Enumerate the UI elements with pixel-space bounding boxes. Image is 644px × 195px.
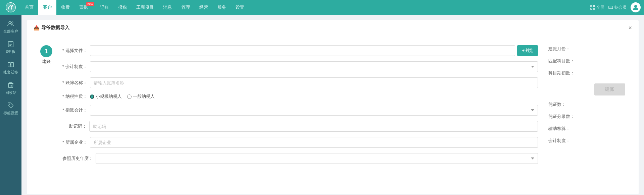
main-layout: 全部客户 0申报 账套迁移 [0, 15, 644, 195]
ledger-label: * 账簿名称： [62, 80, 87, 86]
radio-group-tax: 小规模纳税人 一般纳税人 [90, 93, 538, 100]
accounting-select[interactable] [90, 61, 538, 72]
sidebar-item-all-customers[interactable]: 全部客户 [1, 17, 21, 37]
nav-right: 全屏 畅会员 [590, 2, 641, 12]
form-row-history: 参照历史年度： [62, 153, 538, 164]
form-row-memo: 助记码： [62, 121, 538, 132]
memo-input[interactable] [89, 121, 538, 132]
form-section: 1 建账 * 选择文件： +浏览 [40, 45, 538, 164]
info-accounting-label: 会计制度： [548, 138, 579, 144]
dialog-card: 📥 导爷数据导入 × 1 建账 * 选择文件： [27, 20, 639, 194]
radio-small-taxpayer[interactable]: 小规模纳税人 [90, 93, 122, 100]
svg-rect-2 [591, 5, 592, 7]
fullscreen-button[interactable]: 全屏 [590, 5, 604, 10]
nav-items: 首页 客户 收费 票据 new 记账 报税 工商项目 消息 管理 经营 服务 设… [20, 0, 590, 15]
avatar[interactable] [631, 2, 641, 12]
right-panel: 建账月份： 匹配科目数： 科目期初数： 建 [538, 45, 625, 164]
svg-rect-17 [9, 83, 13, 87]
info-match-label: 匹配科目数： [548, 58, 579, 64]
main-content: 📥 导爷数据导入 × 1 建账 * 选择文件： [21, 15, 644, 195]
card-title: 📥 导爷数据导入 [34, 25, 69, 31]
top-navigation: 首页 客户 收费 票据 new 记账 报税 工商项目 消息 管理 经营 服务 设… [0, 0, 644, 15]
info-row-voucher-entries: 凭证分录数： [548, 114, 625, 120]
step-indicator: 1 建账 [40, 45, 52, 164]
info-section: 建账月份： 匹配科目数： 科目期初数： 建 [538, 45, 625, 144]
card-body: 1 建账 * 选择文件： +浏览 [27, 35, 639, 174]
svg-rect-6 [609, 6, 613, 9]
info-voucher-label: 凭证数： [548, 102, 579, 108]
form-row-company: * 所属企业： [62, 137, 538, 148]
nav-item-settings[interactable]: 设置 [231, 0, 249, 15]
form-row-tax: * 纳税性质： 小规模纳税人 一般纳税人 [62, 93, 538, 100]
memo-label: 助记码： [62, 123, 87, 129]
info-row-accounting-system: 会计制度： [548, 138, 625, 144]
svg-rect-3 [593, 5, 595, 7]
tax-label: * 纳税性质： [62, 93, 87, 100]
svg-point-8 [634, 5, 637, 8]
accountant-select[interactable] [90, 105, 538, 116]
sidebar-item-zero-report[interactable]: 0申报 [1, 38, 21, 57]
file-input-wrapper: +浏览 [90, 45, 538, 56]
svg-point-20 [9, 104, 10, 105]
info-row-voucher: 凭证数： [548, 102, 625, 108]
nav-item-invoice[interactable]: 票据 new [75, 0, 95, 15]
nav-item-tax[interactable]: 报税 [113, 0, 132, 15]
svg-point-10 [11, 22, 13, 23]
close-button[interactable]: × [628, 25, 632, 31]
sidebar-item-tag-settings[interactable]: 标签设置 [1, 99, 21, 118]
build-btn-area: 建账 [548, 82, 625, 95]
info-row-init: 科目期初数： [548, 70, 625, 76]
ledger-input[interactable] [90, 77, 538, 88]
browse-button[interactable]: +浏览 [517, 45, 538, 56]
nav-item-home[interactable]: 首页 [20, 0, 38, 15]
history-label: 参照历史年度： [62, 155, 93, 161]
radio-general-taxpayer[interactable]: 一般纳税人 [127, 93, 155, 100]
sidebar-item-migrate[interactable]: 账套迁移 [1, 58, 21, 77]
info-aux-label: 辅助核算： [548, 126, 579, 132]
step-circle: 1 [40, 45, 52, 57]
company-label: * 所属企业： [62, 139, 87, 145]
svg-rect-15 [8, 63, 10, 67]
member-button[interactable]: 畅会员 [608, 5, 627, 10]
form-row-file: * 选择文件： +浏览 [62, 45, 538, 56]
form-row-accountant: * 指派会计： [62, 105, 538, 116]
svg-rect-5 [593, 8, 595, 9]
import-icon: 📥 [34, 25, 39, 30]
file-label: * 选择文件： [62, 48, 87, 54]
svg-point-1 [11, 5, 13, 7]
sidebar: 全部客户 0申报 账套迁移 [0, 15, 21, 195]
info-month-label: 建账月份： [548, 46, 579, 52]
form-area: * 选择文件： +浏览 * 会计制度： [62, 45, 538, 164]
svg-point-0 [6, 3, 16, 12]
info-voucher-entries-label: 凭证分录数： [548, 114, 579, 120]
new-badge: new [86, 2, 94, 6]
file-input[interactable] [90, 45, 515, 56]
nav-item-service[interactable]: 服务 [213, 0, 231, 15]
nav-item-bookkeeping[interactable]: 记账 [95, 0, 113, 15]
build-account-button[interactable]: 建账 [594, 83, 625, 95]
svg-rect-16 [11, 63, 13, 67]
info-row-month: 建账月份： [548, 46, 625, 52]
nav-item-business[interactable]: 工商项目 [132, 0, 158, 15]
info-row-match: 匹配科目数： [548, 58, 625, 64]
logo[interactable] [3, 0, 18, 15]
step-label: 建账 [42, 59, 51, 65]
info-init-label: 科目期初数： [548, 70, 579, 76]
form-row-ledger: * 账簿名称： [62, 77, 538, 88]
nav-item-fees[interactable]: 收费 [56, 0, 75, 15]
sidebar-item-trash[interactable]: 回收站 [1, 79, 21, 98]
svg-rect-4 [591, 8, 592, 9]
accounting-label: * 会计制度： [62, 64, 87, 70]
company-input[interactable] [90, 137, 538, 148]
svg-point-9 [9, 21, 11, 23]
nav-item-operation[interactable]: 经营 [195, 0, 213, 15]
nav-item-manage[interactable]: 管理 [177, 0, 195, 15]
form-row-accounting: * 会计制度： [62, 61, 538, 72]
card-header: 📥 导爷数据导入 × [27, 20, 639, 35]
nav-item-message[interactable]: 消息 [158, 0, 177, 15]
info-row-aux: 辅助核算： [548, 126, 625, 132]
accountant-label: * 指派会计： [62, 107, 87, 113]
dialog-title: 导爷数据导入 [41, 25, 69, 31]
nav-item-customer[interactable]: 客户 [38, 0, 56, 15]
history-select[interactable] [96, 153, 538, 164]
